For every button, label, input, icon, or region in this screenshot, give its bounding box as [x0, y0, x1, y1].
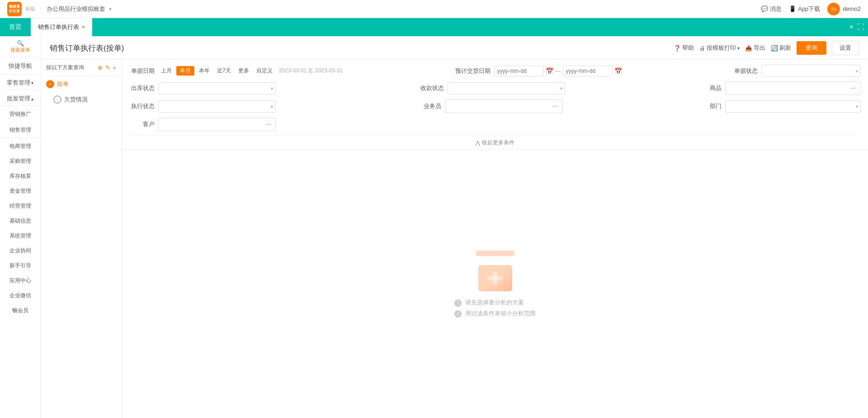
- search-button[interactable]: 查询: [797, 41, 826, 55]
- tab-sales-exec[interactable]: 销售订单执行表 ×: [31, 18, 92, 36]
- doc-status-select-wrap: ▾: [761, 65, 861, 77]
- refresh-btn[interactable]: 🔄 刷新: [771, 44, 791, 52]
- filter-edit-icon[interactable]: ✎: [105, 64, 110, 71]
- filter-sidebar: 按以下方案查询 ⊕ ✎ « ✓ 按单 ○: [41, 59, 122, 418]
- date-prev-month[interactable]: 上月: [158, 66, 175, 76]
- filter-add-icon[interactable]: ⊕: [98, 64, 103, 71]
- customer-input[interactable]: [162, 121, 266, 128]
- empty-inner: 1 请先选择要分析的方案 2 用过滤条件来缩小分析范围: [454, 251, 536, 318]
- goods-input[interactable]: [729, 85, 851, 92]
- salesperson-dots-btn[interactable]: ···: [552, 102, 558, 110]
- message-btn[interactable]: 💬 消息: [761, 5, 782, 13]
- date-dash: —: [555, 67, 561, 74]
- setting-button[interactable]: 设置: [832, 41, 859, 55]
- out-status-select[interactable]: [158, 82, 276, 95]
- calendar-icon-start[interactable]: 📅: [546, 67, 553, 75]
- help-icon: ❓: [674, 45, 681, 52]
- date-custom[interactable]: 自定义: [254, 66, 275, 76]
- date-current-month[interactable]: 本月: [176, 66, 194, 76]
- top-header: 畅捷通好生意 标版 办公用品行业模拟账套 ▾ 💬 消息 📱 App下载 Ea d…: [0, 0, 868, 18]
- filter-sidebar-icons: ⊕ ✎ «: [98, 64, 116, 71]
- header-title: 办公用品行业模拟账套: [47, 5, 105, 13]
- tab-home[interactable]: 首页: [0, 18, 31, 36]
- tab-home-label: 首页: [9, 23, 22, 31]
- message-icon: 💬: [761, 5, 768, 12]
- sidebar-label-wechat: 企业微信: [9, 292, 31, 299]
- sidebar-label-marketing: 营销推广: [9, 111, 31, 117]
- sidebar-item-member[interactable]: 畅会员: [0, 303, 40, 318]
- app-download-label: App下载: [798, 5, 820, 13]
- help-btn[interactable]: ❓ 帮助: [674, 44, 694, 52]
- sidebar-item-operation[interactable]: 经营管理: [0, 199, 40, 214]
- collapse-label: 收起更多条件: [482, 139, 514, 147]
- salesperson-input[interactable]: [449, 103, 552, 110]
- empty-illustration: [468, 251, 522, 291]
- expected-date-start[interactable]: [494, 66, 544, 76]
- doc-status-select[interactable]: [761, 65, 861, 77]
- sidebar-quick-nav[interactable]: 快捷导航: [0, 58, 40, 74]
- sidebar-label-retail: 零售管理: [7, 79, 30, 87]
- window-close-icon[interactable]: ×: [849, 23, 854, 31]
- sidebar-item-wholesale[interactable]: 批发管理 ▴: [0, 92, 40, 106]
- sidebar-label-member: 畅会员: [12, 307, 28, 314]
- calendar-icon-end[interactable]: 📅: [614, 67, 622, 75]
- date-this-year[interactable]: 本年: [196, 66, 212, 76]
- sidebar-item-inventory[interactable]: 库存核算: [0, 169, 40, 184]
- customer-dots-btn[interactable]: ···: [266, 120, 272, 128]
- sidebar-label-ecommerce: 电商管理: [9, 143, 31, 149]
- expected-date-label: 预计交货日期: [455, 67, 491, 75]
- print-label: 按模板打印: [707, 44, 736, 52]
- filter-main-area: 单据日期 上月 本月 本年 近7天 更多 自定义 2023-03-01 至 20…: [122, 59, 868, 418]
- sidebar-item-purchase[interactable]: 采购管理: [0, 154, 40, 169]
- sidebar-item-sales[interactable]: 销售管理: [0, 123, 40, 138]
- page-header: 销售订单执行表(按单) ❓ 帮助 🖨 按模板打印 ▾ 📤 导出: [41, 36, 868, 59]
- app-logo: 畅捷通好生意: [7, 2, 22, 16]
- filter-collapse-icon[interactable]: «: [113, 64, 116, 71]
- tab-close-icon[interactable]: ×: [82, 24, 85, 30]
- expected-date-inputs: 📅 — 📅: [494, 66, 622, 76]
- sidebar-quick-nav-label: 快捷导航: [9, 62, 32, 69]
- user-area[interactable]: Ea demo2: [827, 3, 861, 15]
- step2-num: 2: [454, 310, 462, 318]
- sidebar-item-wechat[interactable]: 企业微信: [0, 288, 40, 303]
- app-download-btn[interactable]: 📱 App下载: [789, 5, 820, 13]
- filter-row-3: 执行状态 ▾ 业务员 ···: [129, 100, 861, 113]
- receipt-status-select[interactable]: [448, 82, 565, 95]
- refresh-icon: 🔄: [771, 45, 778, 52]
- window-expand-icon[interactable]: ⛶: [857, 23, 864, 31]
- date-more[interactable]: 更多: [236, 66, 252, 76]
- header-title-dropdown-icon[interactable]: ▾: [109, 6, 112, 12]
- sidebar-item-basic[interactable]: 基础信息: [0, 214, 40, 228]
- sidebar-label-purchase: 采购管理: [9, 158, 31, 164]
- exec-status-select[interactable]: [158, 100, 276, 113]
- sidebar-item-newbie[interactable]: 新手引导: [0, 258, 40, 273]
- sidebar-item-retail[interactable]: 零售管理 ▾: [0, 76, 40, 90]
- print-arrow-icon: ▾: [737, 46, 740, 51]
- dept-select[interactable]: [725, 100, 861, 113]
- expected-date-end[interactable]: [563, 66, 613, 76]
- sidebar-item-marketing[interactable]: 营销推广: [0, 107, 40, 122]
- sidebar-item-finance[interactable]: 资金管理: [0, 184, 40, 199]
- empty-step1-text: 请先选择要分析的方案: [465, 299, 524, 306]
- sidebar-item-system[interactable]: 系统管理: [0, 228, 40, 243]
- date-7days[interactable]: 近7天: [214, 66, 234, 76]
- filter-inactive-icon: ○: [56, 97, 58, 102]
- user-name: demo2: [843, 5, 861, 12]
- box-lid: [476, 251, 514, 256]
- filter-option-by-order[interactable]: ✓ 按单: [41, 76, 122, 92]
- user-avatar: Ea: [827, 3, 840, 15]
- goods-dots-btn[interactable]: ···: [851, 84, 857, 92]
- filter-option-backorder[interactable]: ○ 欠货情况: [41, 92, 122, 107]
- filter-row-4: 客户 ···: [129, 118, 861, 131]
- filter-sidebar-title: 按以下方案查询: [46, 64, 84, 71]
- sidebar-item-ecommerce[interactable]: 电商管理: [0, 139, 40, 154]
- empty-text: 1 请先选择要分析的方案 2 用过滤条件来缩小分析范围: [454, 299, 536, 318]
- sidebar-item-appcenter[interactable]: 应用中心: [0, 273, 40, 288]
- collapse-bar[interactable]: ⋀ 收起更多条件: [129, 136, 861, 149]
- logo-text: 畅捷通好生意: [9, 5, 20, 13]
- sidebar-item-enterprise[interactable]: 企业协同: [0, 243, 40, 258]
- export-btn[interactable]: 📤 导出: [745, 44, 765, 52]
- print-btn[interactable]: 🖨 按模板打印 ▾: [699, 44, 740, 52]
- tab-sales-exec-label: 销售订单执行表: [38, 23, 79, 31]
- sidebar-search[interactable]: 🔍 搜索菜单: [0, 36, 40, 57]
